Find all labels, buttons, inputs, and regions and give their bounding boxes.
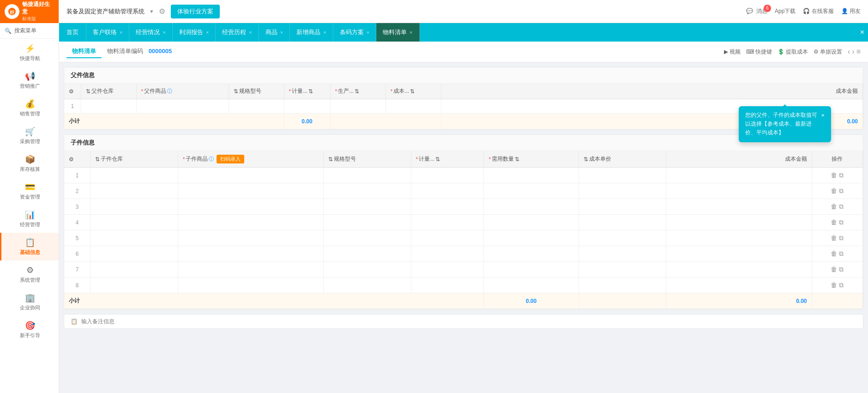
delete-row-button[interactable]: 🗑 [831, 266, 837, 273]
tab-operation-close[interactable]: × [163, 30, 165, 35]
child-warehouse-cell[interactable] [90, 246, 178, 262]
parent-product-cell[interactable] [136, 99, 229, 114]
child-unit-cell[interactable] [411, 168, 484, 183]
production-sort-icon[interactable]: ⇅ [355, 88, 359, 95]
sub-tab-bom[interactable]: 物料清单 [66, 45, 102, 58]
sidebar-item-inventory[interactable]: 📦 库存核算 [0, 150, 59, 177]
tab-barcode-close[interactable]: × [367, 30, 369, 35]
child-warehouse-cell[interactable] [90, 230, 178, 246]
copy-row-button[interactable]: ⧉ [839, 266, 844, 273]
sidebar-item-sales[interactable]: 💰 销售管理 [0, 94, 59, 122]
child-quantity-cell[interactable] [484, 278, 579, 293]
child-unit-cost-cell[interactable] [579, 183, 666, 199]
sidebar-item-operation[interactable]: 📊 经营管理 [0, 205, 59, 233]
view-action[interactable]: ▶ 视频 [724, 48, 741, 56]
child-product-cell[interactable] [178, 246, 324, 262]
child-unit-cell[interactable] [411, 278, 484, 293]
child-unit-cell[interactable] [411, 230, 484, 246]
sidebar-item-system[interactable]: ⚙ 系统管理 [0, 260, 59, 288]
tab-customer[interactable]: 客户联络 × [86, 23, 129, 42]
nav-list-button[interactable]: ≡ [856, 48, 861, 56]
child-unit-cost-cell[interactable] [579, 168, 666, 183]
child-unit-cost-sort[interactable]: ⇅ [584, 156, 588, 163]
delete-row-button[interactable]: 🗑 [831, 203, 837, 211]
copy-row-button[interactable]: ⧉ [839, 203, 844, 211]
unit-sort-icon[interactable]: ⇅ [308, 88, 313, 95]
trial-button[interactable]: 体验行业方案 [171, 5, 220, 18]
child-spec-cell[interactable] [324, 246, 411, 262]
child-unit-cost-cell[interactable] [579, 278, 666, 293]
child-warehouse-cell[interactable] [90, 215, 178, 230]
delete-row-button[interactable]: 🗑 [831, 171, 837, 179]
child-spec-cell[interactable] [324, 183, 411, 199]
child-product-cell[interactable] [178, 199, 324, 215]
child-spec-cell[interactable] [324, 215, 411, 230]
child-unit-cost-cell[interactable] [579, 215, 666, 230]
chevron-down-icon[interactable]: ▾ [150, 8, 153, 15]
tab-history[interactable]: 经营历程 × [216, 23, 259, 42]
sidebar-item-finance[interactable]: 💳 资金管理 [0, 177, 59, 205]
child-spec-cell[interactable] [324, 168, 411, 183]
tab-home[interactable]: 首页 [59, 23, 86, 42]
sub-tab-bom-code[interactable]: 物料清单编码 0000005 [102, 45, 177, 58]
child-unit-cell[interactable] [411, 262, 484, 278]
online-service[interactable]: 🎧 在线客服 [803, 7, 833, 15]
child-warehouse-cell[interactable] [90, 183, 178, 199]
child-product-cell[interactable] [178, 168, 324, 183]
scan-button[interactable]: 扫码录入 [217, 155, 244, 163]
child-unit-cell[interactable] [411, 215, 484, 230]
tab-profit[interactable]: 利润报告 × [173, 23, 216, 42]
child-spec-cell[interactable] [324, 262, 411, 278]
child-th-settings[interactable]: ⚙ [64, 151, 90, 168]
tab-history-close[interactable]: × [249, 30, 252, 35]
child-quantity-cell[interactable] [484, 199, 579, 215]
parent-spec-cell[interactable] [229, 99, 284, 114]
child-unit-cost-cell[interactable] [579, 230, 666, 246]
tab-product[interactable]: 商品 × [259, 23, 290, 42]
child-product-cell[interactable] [178, 183, 324, 199]
sidebar-search[interactable]: 🔍 搜索菜单 [0, 23, 59, 39]
child-quantity-cell[interactable] [484, 246, 579, 262]
user-avatar[interactable]: 👤 用友 [841, 7, 861, 15]
nav-next-button[interactable]: › [852, 48, 854, 56]
child-unit-cost-cell[interactable] [579, 246, 666, 262]
child-quantity-cell[interactable] [484, 183, 579, 199]
tab-customer-close[interactable]: × [120, 30, 122, 35]
tab-product-close[interactable]: × [280, 30, 283, 35]
child-quantity-sort[interactable]: ⇅ [515, 156, 519, 163]
child-product-cell[interactable] [178, 230, 324, 246]
copy-row-button[interactable]: ⧉ [839, 187, 844, 195]
tab-new-product-close[interactable]: × [323, 30, 326, 35]
cost-sort-icon[interactable]: ⇅ [410, 88, 415, 95]
sidebar-item-enterprise[interactable]: 🏢 企业协同 [0, 288, 59, 316]
child-unit-cell[interactable] [411, 199, 484, 215]
child-warehouse-cell[interactable] [90, 262, 178, 278]
child-warehouse-cell[interactable] [90, 199, 178, 215]
child-unit-cell[interactable] [411, 183, 484, 199]
child-unit-cost-cell[interactable] [579, 199, 666, 215]
tab-operation[interactable]: 经营情况 × [129, 23, 172, 42]
parent-th-settings[interactable]: ⚙ [64, 84, 81, 99]
sidebar-item-purchase[interactable]: 🛒 采购管理 [0, 122, 59, 150]
child-quantity-cell[interactable] [484, 262, 579, 278]
child-quantity-cell[interactable] [484, 168, 579, 183]
nav-prev-button[interactable]: ‹ [848, 48, 850, 56]
child-warehouse-sort[interactable]: ⇅ [95, 156, 100, 163]
child-product-cell[interactable] [178, 278, 324, 293]
tooltip-close-button[interactable]: × [821, 111, 825, 121]
tab-new-product[interactable]: 新增商品 × [290, 23, 333, 42]
delete-row-button[interactable]: 🗑 [831, 187, 837, 195]
settings-icon[interactable]: ⚙ [159, 7, 165, 16]
parent-unit-cell[interactable] [284, 99, 330, 114]
child-product-cell[interactable] [178, 262, 324, 278]
tab-barcode[interactable]: 条码方案 × [333, 23, 376, 42]
warehouse-sort-icon[interactable]: ⇅ [86, 88, 90, 95]
sidebar-item-quick_nav[interactable]: ⚡ 快捷导航 [0, 39, 59, 67]
parent-cost-cell[interactable] [386, 99, 441, 114]
child-unit-sort[interactable]: ⇅ [435, 156, 440, 163]
copy-row-button[interactable]: ⧉ [839, 250, 844, 258]
sidebar-item-guide[interactable]: 🎯 新手引导 [0, 316, 59, 344]
child-quantity-cell[interactable] [484, 230, 579, 246]
note-input[interactable] [81, 318, 856, 325]
delete-row-button[interactable]: 🗑 [831, 281, 837, 289]
